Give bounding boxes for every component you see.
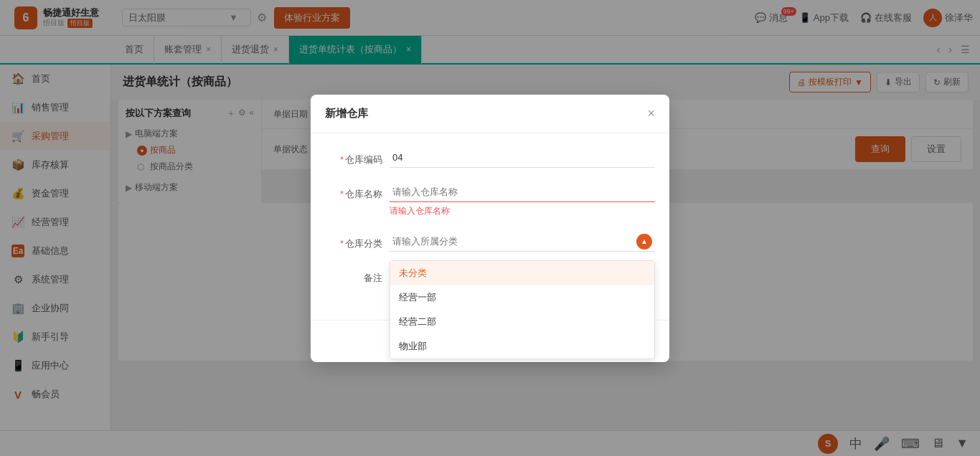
name-error-msg: 请输入仓库名称 [390,205,655,217]
name-input[interactable] [390,182,655,202]
dialog-close-button[interactable]: × [647,106,655,121]
dropdown-item-unclassified[interactable]: 未分类 [390,261,654,285]
category-dropdown-arrow[interactable]: ▲ [636,234,652,250]
category-select-wrap: ▲ 未分类 经营一部 经营二部 物业部 [390,232,655,252]
code-label: 仓库编码 [325,148,382,166]
name-label: 仓库名称 [325,182,382,201]
code-input[interactable] [390,148,655,168]
dialog-overlay: 新增仓库 × 仓库编码 仓库名称 请输入仓库名称 仓库分类 [0,0,980,456]
form-row-category: 仓库分类 ▲ 未分类 经营一部 经营二部 物业部 [325,232,655,252]
remark-label: 备注 [325,266,382,285]
dropdown-item-dept2[interactable]: 经营二部 [390,310,654,334]
category-dropdown-list: 未分类 经营一部 经营二部 物业部 [390,260,655,359]
add-warehouse-dialog: 新增仓库 × 仓库编码 仓库名称 请输入仓库名称 仓库分类 [311,95,669,362]
code-input-wrap [390,148,655,168]
category-input[interactable] [390,232,655,252]
form-row-name: 仓库名称 请输入仓库名称 [325,182,655,217]
dialog-title: 新增仓库 [325,107,368,120]
name-input-wrap: 请输入仓库名称 [390,182,655,217]
category-label: 仓库分类 [325,232,382,250]
form-row-code: 仓库编码 [325,148,655,168]
dialog-header: 新增仓库 × [311,95,669,133]
dropdown-item-dept1[interactable]: 经营一部 [390,285,654,310]
dialog-body: 仓库编码 仓库名称 请输入仓库名称 仓库分类 ▲ [311,133,669,320]
dropdown-item-property[interactable]: 物业部 [390,334,654,358]
